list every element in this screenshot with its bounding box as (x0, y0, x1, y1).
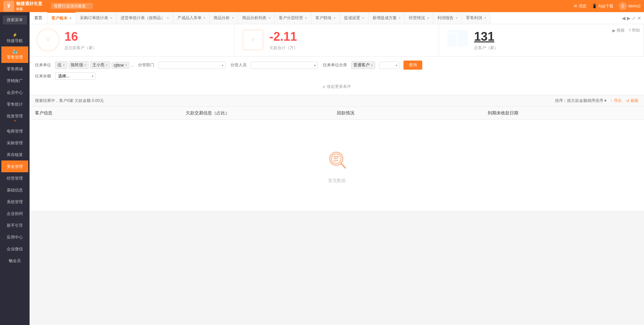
sidebar-item-system[interactable]: 系统管理 (1, 196, 28, 208)
sidebar-item-wechat[interactable]: 企业微信 (1, 243, 28, 255)
tab-customer-segment[interactable]: 客户分层经营 × (275, 12, 311, 24)
export-btn[interactable]: ↑ 导出 (610, 98, 622, 104)
remove-tag-chen[interactable]: × (84, 63, 86, 67)
dept-input[interactable] (158, 62, 225, 69)
balance-select[interactable]: 选择... (55, 72, 95, 80)
tab-close-customer-contact[interactable]: × (334, 16, 336, 20)
unit-class-select[interactable] (379, 62, 399, 69)
sidebar-item-enterprise[interactable]: 企业协同 (1, 208, 28, 219)
tab-controls: ◀ ▶ ⤢ ✕ (619, 15, 644, 21)
sidebar-item-operations[interactable]: 经营管理 (1, 172, 28, 184)
sidebar-item-basic-info[interactable]: 基础信息 (1, 184, 28, 196)
tab-close-operations-status[interactable]: × (427, 16, 429, 20)
tab-add-plan[interactable]: 新增提成方案 × (369, 12, 405, 24)
svg-text:✦: ✦ (250, 35, 256, 44)
sidebar-item-marketing[interactable]: 营销推广 (1, 75, 28, 86)
tab-close-goods-analysis[interactable]: × (232, 16, 234, 20)
table-header: 客户信息 欠款交易信息（占比） 回款情况 到期未收款日期 (30, 107, 644, 120)
tab-retail-profit[interactable]: 零售利润 × (462, 12, 490, 24)
sort-icon[interactable]: ▾ (604, 98, 606, 103)
stat-debt-customers: ¥ 16 总欠款客户（家） (30, 24, 234, 56)
sidebar-item-member[interactable]: 会员中心 (1, 86, 28, 98)
tab-close-goods-stats[interactable]: × (167, 16, 169, 20)
download-icon: 📱 (592, 4, 597, 8)
tab-close-goods-analysis-list[interactable]: × (268, 16, 270, 20)
tab-bar: 首页 客户账本 × 采购订单统计表 × 进货单统计表（按商品） × 产成品入库单… (30, 12, 644, 24)
col-customer-info: 客户信息 (35, 110, 186, 116)
tab-production[interactable]: 产成品入库单 × (173, 12, 210, 24)
export-icon: ↑ (610, 99, 612, 103)
tab-promotion-settings[interactable]: 提成设置 × (340, 12, 369, 24)
tab-close-production[interactable]: × (204, 16, 206, 20)
remove-tag-normal-customer[interactable]: × (371, 63, 373, 67)
balance-filter-label: 往来余额 (35, 73, 51, 79)
tab-goods-analysis[interactable]: 商品分析 × (210, 12, 238, 24)
remove-tag-cjttcw[interactable]: × (125, 63, 127, 67)
stat-number-debt-customers: 16 (65, 30, 226, 44)
app-name: 畅捷通好生意 (16, 1, 42, 7)
help-btn[interactable]: ? 帮助 (629, 28, 640, 33)
sidebar-item-vip[interactable]: 畅会员 (1, 255, 28, 266)
tab-purchase-stats[interactable]: 采购订单统计表 × (76, 12, 117, 24)
video-btn[interactable]: ▶ 视频 (612, 28, 625, 33)
tab-close-customers[interactable]: × (70, 16, 72, 20)
sidebar-item-retail-stats[interactable]: 零售统计 (1, 98, 28, 110)
tab-close-all-btn[interactable]: ✕ (637, 15, 641, 21)
content-area: ¥ 16 总欠款客户（家） ✦ (30, 24, 644, 325)
remove-tag-wang[interactable]: × (106, 63, 108, 67)
stat-number-debt-total: -2.11 (269, 30, 431, 44)
empty-text: 暂无数据 (328, 178, 346, 184)
sidebar-item-app-center[interactable]: 应用中心 (1, 231, 28, 243)
tab-next-btn[interactable]: ▶ (627, 15, 631, 21)
unit-class-select-wrap (379, 62, 399, 69)
query-button[interactable]: 查询 (403, 61, 422, 70)
result-text: 搜索结果中，客户0家 欠款金额 0.00元 (35, 98, 104, 104)
sidebar-item-wholesale[interactable]: 批发管理 ▾ (1, 110, 28, 125)
search-menu-btn[interactable]: 搜索菜单 (3, 15, 27, 25)
tab-prev-btn[interactable]: ◀ (622, 15, 626, 21)
tab-maximize-btn[interactable]: ⤢ (632, 15, 636, 21)
tab-close-profit-report[interactable]: × (456, 16, 458, 20)
tab-home[interactable]: 首页 (30, 12, 47, 24)
sidebar-item-ecommerce[interactable]: 电商管理 (1, 125, 28, 137)
filter-tag-chen: 陈民强 × (69, 61, 89, 69)
refresh-btn[interactable]: ↺ 刷新 (626, 98, 639, 104)
tab-close-retail-profit[interactable]: × (484, 16, 486, 20)
tab-profit-report[interactable]: 利润报告 × (433, 12, 462, 24)
svg-point-13 (334, 157, 335, 158)
person-input[interactable] (251, 62, 318, 69)
app-download-btn[interactable]: 📱 App下载 (592, 3, 613, 9)
tab-close-customer-segment[interactable]: × (305, 16, 307, 20)
sidebar: 搜索菜单 ⚡ 快捷导航 🏪 零售管理 零售商城 营销推广 会员中心 (0, 12, 30, 325)
tab-goods-analysis-list[interactable]: 商品分析列表 × (238, 12, 275, 24)
video-icon: ▶ (612, 28, 615, 33)
filter-unit-class-tags: 普通客户 × (351, 61, 375, 69)
tab-close-add-plan[interactable]: × (399, 16, 401, 20)
collapse-btn[interactable]: ∧ 收起更多条件 (35, 82, 639, 91)
tab-close-purchase-stats[interactable]: × (110, 16, 112, 20)
stats-panel: ¥ 16 总欠款客户（家） ✦ (30, 24, 644, 57)
sidebar-item-guide[interactable]: 新手引导 (1, 219, 28, 231)
filter-more-tags[interactable]: ... (131, 63, 134, 68)
svg-rect-6 (447, 30, 468, 32)
result-summary: 搜索结果中，客户0家 欠款金额 0.00元 排序：按欠款金额倒序排序 ▾ ↑ 导… (30, 95, 644, 107)
user-profile[interactable]: D demo2 (619, 2, 641, 10)
svg-line-9 (341, 164, 345, 168)
sidebar-item-retail-shop[interactable]: 零售商城 (1, 63, 28, 75)
tab-customers[interactable]: 客户账本 × (47, 12, 76, 24)
tab-close-promotion-settings[interactable]: × (362, 16, 364, 20)
collapse-icon: ∧ (323, 84, 326, 89)
stat-bg-icon-2: ✦ (241, 28, 265, 51)
remove-tag-wu[interactable]: × (63, 63, 65, 67)
sidebar-item-finance[interactable]: 资金管理 (1, 160, 28, 172)
messages-btn[interactable]: ✉ 消息 (574, 3, 587, 9)
sidebar-item-quick-nav[interactable]: ⚡ 快捷导航 (1, 30, 28, 46)
tab-operations-status[interactable]: 经营情况 × (405, 12, 433, 24)
tab-customer-contact[interactable]: 客户联络 × (311, 12, 340, 24)
sidebar-item-inventory[interactable]: 库存核算 (1, 149, 28, 160)
tab-goods-stats[interactable]: 进货单统计表（按商品） × (117, 12, 173, 24)
store-selector[interactable]: 母婴行业演示账套 (51, 3, 93, 9)
sidebar-item-purchase[interactable]: 采购管理 (1, 137, 28, 149)
empty-illustration (324, 147, 350, 174)
sidebar-item-retail-mgmt[interactable]: 🏪 零售管理 (1, 46, 28, 63)
